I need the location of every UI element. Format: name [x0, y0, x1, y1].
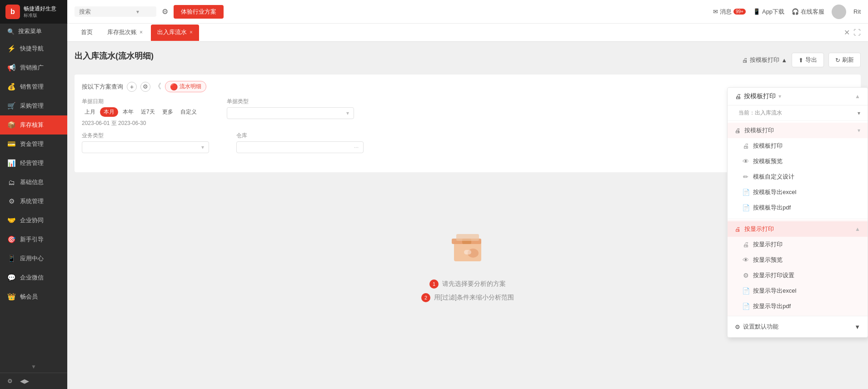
- display-print-section-header[interactable]: 🖨 按显示打印 ▲: [728, 221, 868, 237]
- tprev-icon: 👁: [742, 158, 749, 165]
- business-type-select[interactable]: ▾: [82, 141, 209, 153]
- export-icon: ⬆: [798, 57, 803, 64]
- display-preview-item[interactable]: 👁 按显示预览: [728, 252, 868, 268]
- dropdown-current-arrow[interactable]: ▾: [778, 93, 781, 100]
- online-service-btn[interactable]: 🎧 在线客服: [792, 8, 824, 16]
- window-close-btn[interactable]: ✕: [844, 28, 850, 37]
- dropdown-print-icon: 🖨: [735, 93, 741, 100]
- doc-type-field: 单据类型 ▾: [227, 98, 354, 119]
- sidebar-item-cooperation[interactable]: 🤝 企业协同: [0, 211, 67, 230]
- sidebar-item-basic[interactable]: 🗂 基础信息: [0, 173, 67, 192]
- template-excel-item[interactable]: 📄 按模板导出excel: [728, 185, 868, 200]
- template-expand-icon[interactable]: ▾: [858, 127, 860, 134]
- date-current-year[interactable]: 本年: [120, 107, 136, 117]
- marketing-icon: 📢: [7, 64, 15, 72]
- sidebar-item-wechat[interactable]: 💬 企业微信: [0, 268, 67, 287]
- topbar-search-input[interactable]: [79, 8, 134, 15]
- tabbar: 首页 库存批次账 × 出入库流水 × ✕ ⛶: [67, 24, 868, 42]
- tab-inventory-batch[interactable]: 库存批次账 ×: [101, 25, 149, 41]
- topbar-search-dropdown-icon[interactable]: ▾: [136, 9, 139, 15]
- trial-btn[interactable]: 体验行业方案: [174, 5, 224, 19]
- topbar: ▾ ⚙ 体验行业方案 ✉ 消息 99+ 📱 App下载 🎧 在线客服 Rit: [67, 0, 868, 24]
- display-excel-item[interactable]: 📄 按显示导出excel: [728, 283, 868, 299]
- print-template-btn[interactable]: 🖨 按模板打印 ▲: [742, 56, 787, 64]
- tcustom-icon: ✏: [742, 173, 749, 180]
- dropdown-collapse-icon[interactable]: ▲: [855, 93, 860, 100]
- purchase-icon: 🛒: [7, 102, 15, 110]
- sidebar-item-member[interactable]: 👑 畅会员: [0, 287, 67, 306]
- filter-settings-btn[interactable]: ⚙: [140, 82, 150, 92]
- app-download-btn[interactable]: 📱 App下载: [753, 8, 784, 16]
- template-preview-item[interactable]: 👁 按模板预览: [728, 154, 868, 169]
- print-dropdown-panel: 🖨 按模板打印 ▾ ▲ 当前：出入库流水 ▾ 🖨 按模板打印 ▾: [727, 87, 868, 338]
- topbar-gear-icon[interactable]: ⚙: [162, 7, 168, 16]
- date-custom[interactable]: 自定义: [178, 107, 200, 117]
- template-print-section-header[interactable]: 🖨 按模板打印 ▾: [728, 123, 868, 138]
- cooperation-icon: 🤝: [7, 216, 15, 224]
- export-btn[interactable]: ⬆ 导出: [792, 53, 824, 67]
- finance-icon: 💳: [7, 140, 15, 148]
- sidebar-item-sales[interactable]: 💰 销售管理: [0, 77, 67, 96]
- set-default-btn[interactable]: ⚙ 设置默认功能 ▼: [735, 320, 860, 334]
- topbar-right: ✉ 消息 99+ 📱 App下载 🎧 在线客服 Rit: [713, 5, 861, 19]
- username-label: Rit: [853, 8, 861, 15]
- filter-active-tag: 🔴 流水明细: [165, 81, 206, 92]
- display-expand-icon[interactable]: ▲: [855, 226, 860, 232]
- sidebar-item-quick-nav[interactable]: ⚡ 快捷导航: [0, 39, 67, 58]
- empty-step-1: 1 请先选择要分析的方案: [429, 279, 506, 289]
- filter-add-btn[interactable]: +: [127, 82, 137, 92]
- system-icon: ⚙: [7, 197, 15, 205]
- page-header-row: 出入库流水(流水明细) 🖨 按模板打印 ▲ ⬆ 导出 ↻ 刷新: [75, 49, 861, 69]
- page-title: 出入库流水(流水明细): [75, 50, 154, 61]
- date-more[interactable]: 更多: [160, 107, 176, 117]
- tab-in-out-flow-close[interactable]: ×: [190, 29, 193, 35]
- refresh-btn[interactable]: ↻ 刷新: [828, 53, 861, 67]
- doc-type-select-arrow: ▾: [346, 110, 349, 116]
- message-icon: ✉: [713, 8, 718, 15]
- tab-in-out-flow[interactable]: 出入库流水 ×: [151, 25, 199, 41]
- app-logo-icon: b: [5, 5, 20, 19]
- message-badge: 99+: [733, 9, 746, 15]
- display-pdf-item[interactable]: 📄 按显示导出pdf: [728, 299, 868, 314]
- print-icon: 🖨: [742, 57, 748, 64]
- sidebar-item-finance[interactable]: 💳 资金管理: [0, 135, 67, 154]
- doc-type-label: 单据类型: [227, 98, 354, 105]
- sidebar-help-icon[interactable]: ◀▶: [20, 378, 29, 384]
- svg-rect-3: [456, 234, 479, 241]
- filter-collapse-btn[interactable]: 《: [154, 82, 161, 91]
- date-current-month[interactable]: 本月: [100, 107, 118, 117]
- tab-inventory-batch-close[interactable]: ×: [140, 29, 143, 35]
- date-last-month[interactable]: 上月: [82, 107, 98, 117]
- date-last-7[interactable]: 近7天: [138, 107, 158, 117]
- window-maximize-btn[interactable]: ⛶: [853, 29, 861, 37]
- display-settings-item[interactable]: ⚙ 按显示打印设置: [728, 268, 868, 283]
- sidebar-scroll-down[interactable]: ▼: [30, 363, 37, 371]
- business-type-label: 业务类型: [82, 132, 209, 140]
- sidebar-item-operation[interactable]: 📊 经营管理: [0, 154, 67, 173]
- business-type-arrow: ▾: [201, 144, 204, 150]
- doc-type-select[interactable]: ▾: [227, 107, 354, 119]
- sidebar-item-purchase[interactable]: 🛒 采购管理: [0, 96, 67, 115]
- sidebar-item-guide[interactable]: 🎯 新手引导: [0, 230, 67, 249]
- date-shortcuts: 上月 本月 本年 近7天 更多 自定义: [82, 107, 200, 117]
- current-template-label: 当前：出入库流水: [738, 109, 782, 117]
- sidebar-settings-icon[interactable]: ⚙: [7, 378, 13, 384]
- sidebar-logo: b 畅捷通好生意 标准版: [0, 0, 67, 24]
- dpi-icon: 🖨: [742, 241, 749, 248]
- search-menu-item[interactable]: 🔍 搜索菜单: [0, 24, 67, 39]
- tab-home[interactable]: 首页: [75, 25, 99, 41]
- step2-num: 2: [421, 293, 430, 302]
- template-pdf-item[interactable]: 📄 按模板导出pdf: [728, 200, 868, 215]
- warehouse-label: 仓库: [236, 132, 364, 140]
- display-print-item[interactable]: 🖨 按显示打印: [728, 237, 868, 252]
- warehouse-select[interactable]: ···: [236, 141, 364, 153]
- sidebar-item-system[interactable]: ⚙ 系统管理: [0, 192, 67, 211]
- sidebar-item-inventory[interactable]: 📦 库存核算: [0, 115, 67, 135]
- user-avatar[interactable]: [832, 5, 846, 19]
- template-print-item[interactable]: 🖨 按模板打印: [728, 138, 868, 154]
- message-btn[interactable]: ✉ 消息 99+: [713, 8, 746, 16]
- sidebar-item-marketing[interactable]: 📢 营销推广: [0, 58, 67, 77]
- sidebar-item-apps[interactable]: 📱 应用中心: [0, 249, 67, 268]
- template-custom-item[interactable]: ✏ 模板自定义设计: [728, 169, 868, 185]
- inventory-icon: 📦: [7, 121, 15, 129]
